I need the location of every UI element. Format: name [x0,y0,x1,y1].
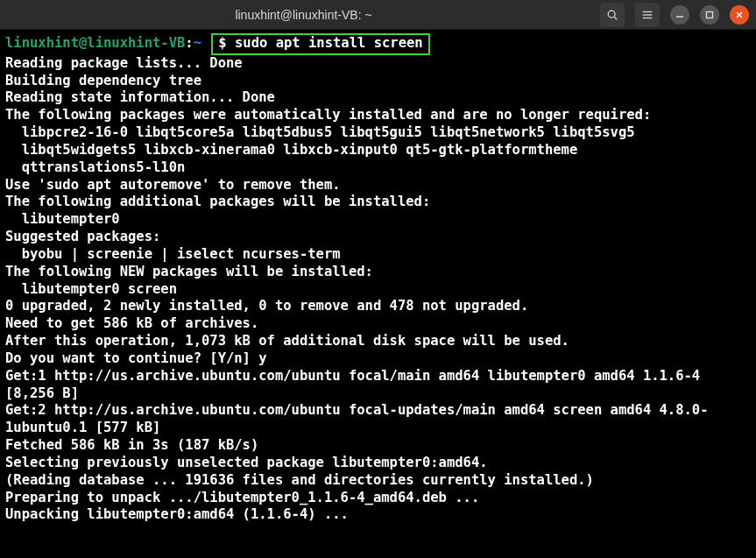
command-text: $ sudo apt install screen [218,35,422,51]
search-button[interactable] [600,3,625,27]
output-line: byobu | screenie | iselect ncurses-term [5,246,751,264]
command-highlight: $ sudo apt install screen [211,33,429,55]
output-line: (Reading database ... 191636 files and d… [5,472,751,490]
svg-line-1 [614,17,617,19]
output-line: Use 'sudo apt autoremove' to remove them… [5,177,751,194]
svg-rect-6 [707,11,713,18]
output-line: Get:1 http://us.archive.ubuntu.com/ubunt… [5,368,751,403]
output-line: Building dependency tree [5,73,751,90]
output-line: qttranslations5-l10n [5,159,751,177]
maximize-icon [705,11,714,19]
hamburger-icon [641,9,654,21]
maximize-button[interactable] [700,5,719,25]
minimize-icon [675,11,684,19]
minimize-button[interactable] [670,5,689,25]
output-line: Fetched 586 kB in 3s (187 kB/s) [5,437,751,455]
output-line: Unpacking libutempter0:amd64 (1.1.6-4) .… [5,506,751,524]
output-line: libutempter0 screen [5,281,751,299]
output-line: Need to get 586 kB of archives. [5,315,751,333]
output-line: libpcre2-16-0 libqt5core5a libqt5dbus5 l… [5,124,751,142]
svg-point-0 [608,11,615,18]
window-titlebar: linuxhint@linuxhint-VB: ~ [0,0,756,30]
terminal-output[interactable]: linuxhint@linuxhint-VB:~ $ sudo apt inst… [0,30,756,527]
output-line: libutempter0 [5,211,751,229]
output-line: Preparing to unpack .../libutempter0_1.1… [5,490,751,507]
prompt-user: linuxhint@linuxhint-VB [5,35,185,51]
titlebar-controls [600,3,749,27]
output-line: Do you want to continue? [Y/n] y [5,350,751,368]
window-title: linuxhint@linuxhint-VB: ~ [7,8,600,22]
prompt-path: ~ [194,35,201,51]
output-line: The following NEW packages will be insta… [5,264,751,281]
close-icon [735,11,744,19]
search-icon [606,9,618,21]
output-line: libqt5widgets5 libxcb-xinerama0 libxcb-x… [5,142,751,159]
output-line: Selecting previously unselected package … [5,455,751,472]
menu-button[interactable] [635,3,660,27]
output-line: Reading state information... Done [5,89,751,107]
output-line: 0 upgraded, 2 newly installed, 0 to remo… [5,298,751,315]
output-line: Suggested packages: [5,229,751,246]
output-line: After this operation, 1,073 kB of additi… [5,333,751,350]
output-line: The following additional packages will b… [5,194,751,211]
close-button[interactable] [730,5,749,25]
prompt-colon: : [185,35,193,51]
terminal-lines: Reading package lists... DoneBuilding de… [5,55,751,524]
output-line: Reading package lists... Done [5,55,751,73]
output-line: The following packages were automaticall… [5,107,751,124]
output-line: Get:2 http://us.archive.ubuntu.com/ubunt… [5,402,751,437]
